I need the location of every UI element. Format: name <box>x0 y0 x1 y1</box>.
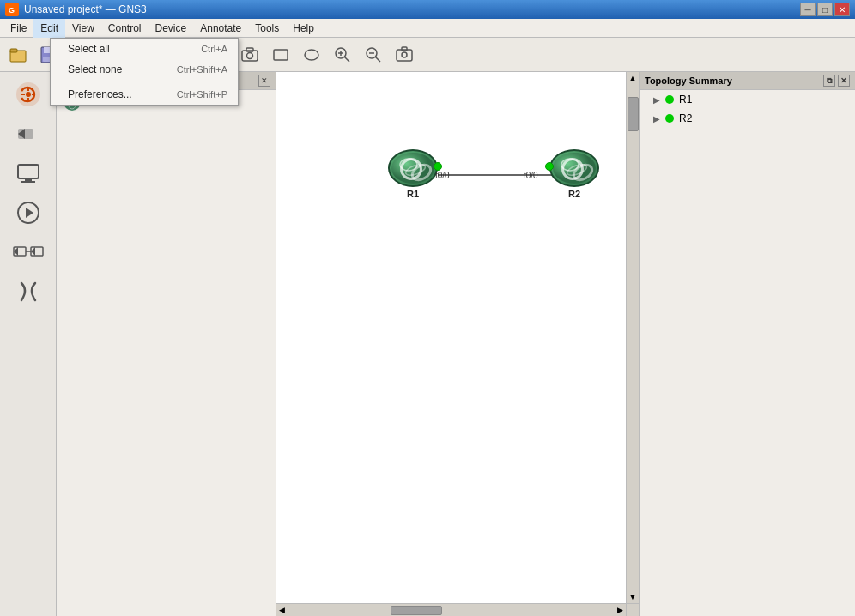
router-r2-port: f0/0 <box>524 171 538 180</box>
topo-item-r2[interactable]: ▶ R2 <box>640 109 855 128</box>
svg-point-54 <box>553 153 596 184</box>
sidebar-play-button[interactable] <box>8 194 49 232</box>
topo-r1-arrow: ▶ <box>653 95 660 105</box>
topology-panel-controls: ⧉ ✕ <box>823 75 850 87</box>
select-all-label: Select all <box>68 43 110 55</box>
menu-separator <box>51 82 238 82</box>
preferences-item[interactable]: Preferences... Ctrl+Shift+P <box>51 84 238 105</box>
router-r1-shape <box>388 149 438 187</box>
select-all-shortcut: Ctrl+A <box>201 44 227 54</box>
svg-point-18 <box>305 50 318 60</box>
sidebar-devices-button[interactable] <box>8 233 49 271</box>
menu-help[interactable]: Help <box>286 19 321 38</box>
canvas-scrollbar-vertical[interactable]: ▲ ▼ <box>626 72 639 603</box>
svg-point-27 <box>402 52 407 57</box>
app-icon: G <box>5 3 19 16</box>
svg-rect-26 <box>397 50 412 61</box>
svg-marker-41 <box>26 208 33 218</box>
topo-r2-dot <box>665 114 674 123</box>
capture-button[interactable] <box>235 40 264 69</box>
topo-r2-arrow: ▶ <box>653 114 660 124</box>
device-panel-close[interactable]: ✕ <box>258 75 270 87</box>
select-none-label: Select none <box>68 63 122 75</box>
sidebar-link-button[interactable] <box>8 273 49 311</box>
topo-r1-dot <box>665 95 674 104</box>
main-layout: Routers ✕ c3725 <box>0 72 855 616</box>
svg-point-56 <box>566 162 588 178</box>
svg-point-51 <box>391 153 434 184</box>
device-panel: Routers ✕ c3725 <box>57 72 276 616</box>
close-button[interactable]: ✕ <box>834 3 850 16</box>
svg-text:G: G <box>9 6 15 15</box>
svg-point-30 <box>26 92 31 97</box>
topology-panel: Topology Summary ⧉ ✕ ▶ R1 ▶ R2 <box>639 72 855 616</box>
topology-panel-header: Topology Summary ⧉ ✕ <box>640 72 855 90</box>
router-r1-label: R1 <box>407 189 419 199</box>
svg-line-24 <box>376 57 381 62</box>
sidebar-back-button[interactable] <box>8 115 49 153</box>
preferences-shortcut: Ctrl+Shift+P <box>177 89 227 100</box>
maximize-button[interactable]: □ <box>817 3 833 16</box>
minimize-button[interactable]: ─ <box>800 3 816 16</box>
svg-point-52 <box>400 159 417 171</box>
ellipse-button[interactable] <box>297 40 326 69</box>
menu-view[interactable]: View <box>65 19 101 38</box>
menu-device[interactable]: Device <box>149 19 194 38</box>
svg-line-20 <box>345 57 350 62</box>
router-r2[interactable]: R2 f0/0 <box>549 149 599 199</box>
svg-rect-16 <box>246 48 253 51</box>
screenshot-button[interactable] <box>390 40 419 69</box>
menu-edit[interactable]: Edit <box>33 19 65 38</box>
topo-r1-label: R1 <box>679 94 692 106</box>
menu-annotate[interactable]: Annotate <box>193 19 248 38</box>
router-r1-port: f0/0 <box>435 171 450 180</box>
svg-rect-28 <box>402 47 407 51</box>
sidebar-monitor-button[interactable] <box>8 154 49 192</box>
preferences-label: Preferences... <box>68 88 132 100</box>
scroll-corner <box>626 603 639 616</box>
select-all-item[interactable]: Select all Ctrl+A <box>51 39 238 59</box>
title-bar: G Unsaved project* — GNS3 ─ □ ✕ <box>0 0 855 19</box>
window-title: Unsaved project* — GNS3 <box>24 3 147 15</box>
svg-rect-37 <box>18 165 39 178</box>
router-r1[interactable]: R1 f0/0 <box>388 149 438 199</box>
zoom-out-button[interactable] <box>359 40 388 69</box>
router-r2-shape <box>549 149 599 187</box>
edit-dropdown-menu: Select all Ctrl+A Select none Ctrl+Shift… <box>50 38 239 106</box>
r1-connection-dot <box>434 162 442 171</box>
menu-tools[interactable]: Tools <box>248 19 286 38</box>
menu-bar: File Edit View Control Device Annotate T… <box>0 19 855 38</box>
select-none-shortcut: Ctrl+Shift+A <box>177 64 227 75</box>
svg-point-53 <box>404 162 427 178</box>
window-controls: ─ □ ✕ <box>800 3 850 16</box>
menu-control[interactable]: Control <box>101 19 149 38</box>
svg-rect-3 <box>10 49 17 52</box>
svg-point-55 <box>561 159 579 171</box>
svg-point-15 <box>247 52 253 58</box>
topology-panel-title: Topology Summary <box>645 75 732 86</box>
left-sidebar <box>0 72 57 616</box>
select-none-item[interactable]: Select none Ctrl+Shift+A <box>51 59 238 80</box>
vertical-scrollbar-thumb[interactable] <box>628 97 639 131</box>
r2-connection-dot <box>545 162 554 171</box>
topology-float-button[interactable]: ⧉ <box>823 75 835 87</box>
topology-close-button[interactable]: ✕ <box>838 75 850 87</box>
canvas-area[interactable]: R1 f0/0 R2 f0/0 <box>276 72 639 616</box>
canvas-scrollbar-horizontal[interactable]: ◀ ▶ <box>276 603 626 616</box>
horizontal-scrollbar-thumb[interactable] <box>391 606 442 615</box>
topo-item-r1[interactable]: ▶ R1 <box>640 90 855 109</box>
open-button[interactable] <box>3 40 33 69</box>
router-r2-label: R2 <box>568 189 580 199</box>
svg-rect-17 <box>274 50 288 60</box>
topo-r2-label: R2 <box>679 112 692 124</box>
sidebar-browse-button[interactable] <box>8 75 49 113</box>
title-bar-left: G Unsaved project* — GNS3 <box>5 3 147 16</box>
rectangle-button[interactable] <box>266 40 295 69</box>
zoom-in-button[interactable] <box>328 40 357 69</box>
menu-file[interactable]: File <box>3 19 33 38</box>
